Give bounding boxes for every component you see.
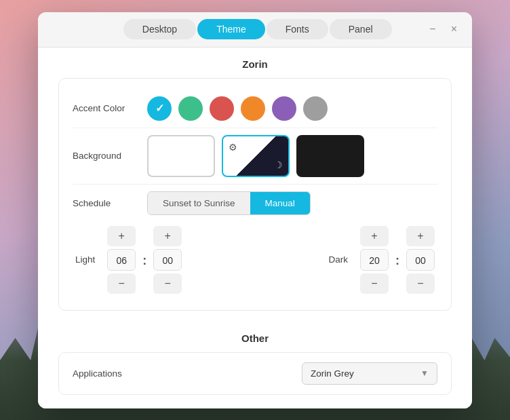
dark-min-spinbox: + 00 − xyxy=(406,226,435,294)
dark-min-value: 00 xyxy=(406,249,435,271)
theme-card: Accent Color Background ⚙ ☽ xyxy=(58,78,452,311)
accent-purple[interactable] xyxy=(272,96,296,121)
tab-bar: Desktop Theme Fonts Panel xyxy=(90,19,425,39)
bg-light-option[interactable] xyxy=(147,135,215,177)
content-area: Zorin Accent Color Background xyxy=(38,47,472,408)
schedule-toggle: Sunset to Sunrise Manual xyxy=(147,191,311,215)
applications-select[interactable]: Zorin Grey ▼ xyxy=(302,362,437,385)
tab-panel[interactable]: Panel xyxy=(330,19,392,39)
gear-icon: ⚙ xyxy=(229,142,237,153)
dark-time-separator: : xyxy=(395,251,399,268)
schedule-sunset-btn[interactable]: Sunset to Sunrise xyxy=(148,192,250,214)
dark-hour-spinbox: + 20 − xyxy=(360,226,389,294)
dark-hour-value: 20 xyxy=(360,249,389,271)
minimize-button[interactable]: − xyxy=(425,22,439,36)
applications-row: Applications Zorin Grey ▼ xyxy=(58,352,452,395)
background-label: Background xyxy=(73,151,147,161)
light-min-spinbox: + 00 − xyxy=(153,226,182,294)
dark-hour-minus[interactable]: − xyxy=(360,273,389,294)
accent-gray[interactable] xyxy=(303,96,328,121)
schedule-row: Schedule Sunset to Sunrise Manual xyxy=(73,184,437,222)
accent-orange[interactable] xyxy=(241,96,265,121)
dark-label: Dark xyxy=(328,254,348,265)
accent-color-options xyxy=(147,96,328,121)
light-label: Light xyxy=(75,254,95,265)
theme-section-title: Zorin xyxy=(58,47,452,78)
tab-theme[interactable]: Theme xyxy=(197,19,265,39)
close-button[interactable]: × xyxy=(447,22,461,36)
light-hour-plus[interactable]: + xyxy=(107,226,136,246)
bg-dark-option[interactable] xyxy=(296,135,364,177)
time-controls-full: Light + 06 − : + 00 − xyxy=(73,226,437,294)
tab-desktop[interactable]: Desktop xyxy=(123,19,196,39)
light-hour-minus[interactable]: − xyxy=(107,273,136,294)
moon-icon: ☽ xyxy=(274,159,283,170)
accent-color-label: Accent Color xyxy=(73,103,147,113)
accent-green[interactable] xyxy=(178,96,203,121)
background-options: ⚙ ☽ xyxy=(147,135,364,177)
other-section-title: Other xyxy=(58,322,452,352)
accent-red[interactable] xyxy=(210,96,234,121)
settings-window: Desktop Theme Fonts Panel − × Zorin Acce… xyxy=(38,12,472,408)
tab-fonts[interactable]: Fonts xyxy=(267,19,328,39)
accent-color-row: Accent Color xyxy=(73,90,437,128)
dropdown-arrow-icon: ▼ xyxy=(420,368,429,378)
light-time-block: Light + 06 − : + 00 − xyxy=(75,226,182,294)
background-row: Background ⚙ ☽ xyxy=(73,128,437,184)
light-hour-spinbox: + 06 − xyxy=(107,226,136,294)
time-controls-section: Light + 06 − : + 00 − xyxy=(73,222,437,299)
schedule-manual-btn[interactable]: Manual xyxy=(250,192,310,214)
dark-min-minus[interactable]: − xyxy=(406,273,435,294)
bg-auto-option[interactable]: ⚙ ☽ xyxy=(222,135,290,177)
light-min-plus[interactable]: + xyxy=(153,226,182,246)
applications-label: Applications xyxy=(73,368,302,379)
applications-value: Zorin Grey xyxy=(311,368,354,379)
dark-hour-plus[interactable]: + xyxy=(360,226,389,246)
dark-min-plus[interactable]: + xyxy=(406,226,435,246)
dark-time-block: Dark + 20 − : + 00 − xyxy=(328,226,435,294)
light-min-value: 00 xyxy=(153,249,182,271)
light-hour-value: 06 xyxy=(107,249,136,271)
accent-blue[interactable] xyxy=(147,96,172,121)
light-min-minus[interactable]: − xyxy=(153,273,182,294)
schedule-label: Schedule xyxy=(73,198,147,208)
other-section: Other Applications Zorin Grey ▼ xyxy=(58,322,452,395)
titlebar: Desktop Theme Fonts Panel − × xyxy=(38,12,472,47)
window-controls: − × xyxy=(425,22,461,36)
light-time-separator: : xyxy=(142,251,146,268)
